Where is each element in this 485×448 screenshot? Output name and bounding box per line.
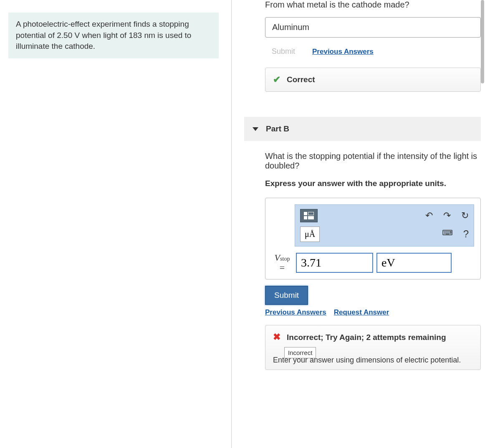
part-b-title: Part B <box>266 124 289 133</box>
template-button[interactable] <box>300 209 318 222</box>
feedback-incorrect: ✖ Incorrect; Try Again; 2 attempts remai… <box>265 325 481 370</box>
x-icon: ✖ <box>273 332 280 342</box>
incorrect-label: Incorrect; Try Again; 2 attempts remaini… <box>287 333 446 342</box>
previous-answers-link[interactable]: Previous Answers <box>312 48 374 56</box>
undo-icon[interactable]: ↶ <box>425 210 433 221</box>
equation-toolbar: ↶ ↷ ↻ μÅ ⌨ ? <box>295 204 474 247</box>
correct-label: Correct <box>287 75 315 84</box>
help-icon[interactable]: ? <box>463 228 469 240</box>
keyboard-icon[interactable]: ⌨ <box>442 228 453 240</box>
value-input[interactable] <box>296 253 373 273</box>
tooltip: Incorrect <box>284 347 316 358</box>
caret-down-icon <box>253 127 258 131</box>
feedback-correct: ✔ Correct <box>265 68 481 92</box>
part-a-question: From what metal is the cathode made? <box>265 0 481 10</box>
part-a-answer-input[interactable] <box>265 17 481 38</box>
reset-icon[interactable]: ↻ <box>461 210 469 221</box>
scrollbar[interactable] <box>481 0 484 83</box>
submit-button[interactable]: Submit <box>265 286 308 305</box>
units-picker-button[interactable]: μÅ <box>300 227 320 242</box>
part-b-instruction: Express your answer with the appropriate… <box>265 178 481 189</box>
units-input[interactable] <box>376 253 452 273</box>
part-b-header[interactable]: Part B <box>244 117 481 141</box>
previous-answers-link-b[interactable]: Previous Answers <box>265 308 326 317</box>
answer-panel: ↶ ↷ ↻ μÅ ⌨ ? Vstop <box>265 198 481 279</box>
request-answer-link[interactable]: Request Answer <box>334 308 389 317</box>
redo-icon[interactable]: ↷ <box>443 210 451 221</box>
submit-button-disabled: Submit <box>265 44 302 59</box>
part-b-question: What is the stopping potential if the in… <box>265 151 481 171</box>
check-icon: ✔ <box>273 74 280 85</box>
problem-statement: A photoelectric-effect experiment finds … <box>8 13 219 58</box>
variable-label: Vstop = <box>272 253 293 273</box>
